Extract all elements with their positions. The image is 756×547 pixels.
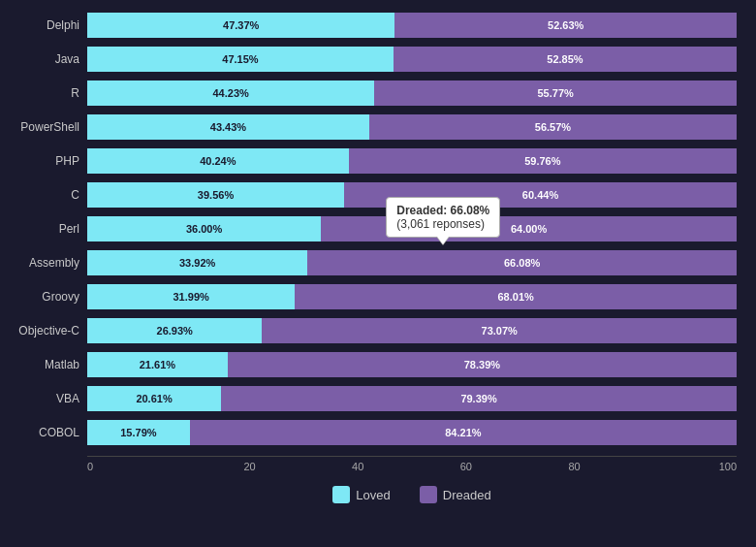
bar-group: 36.00%64.00% [87, 216, 737, 241]
bar-row: PHP40.24%59.76% [87, 145, 737, 177]
bar-group: 43.43%56.57% [87, 114, 737, 140]
bar-group: 40.24%59.76% [87, 148, 737, 174]
bar-loved: 26.93% [87, 318, 262, 343]
bar-label: VBA [0, 392, 87, 405]
dreaded-label: Dreaded [443, 488, 491, 502]
bar-loved: 43.43% [87, 114, 369, 140]
bar-row: Objective-C26.93%73.07% [87, 315, 737, 346]
bar-group: 20.61%79.39% [87, 386, 737, 411]
bar-label: C [0, 188, 87, 202]
x-axis-label: 60 [412, 461, 520, 472]
bar-loved: 39.56% [87, 182, 344, 208]
bar-row: Matlab21.61%78.39% [87, 349, 737, 380]
bar-row: Perl36.00%64.00% [87, 213, 737, 244]
bars-area: Delphi47.37%52.63%Java47.15%52.85%R44.23… [87, 10, 737, 456]
bar-label: Matlab [0, 358, 87, 371]
x-axis-label: 20 [196, 461, 304, 472]
bar-label: Java [0, 52, 87, 66]
bar-row: COBOL15.79%84.21% [87, 417, 737, 448]
bar-label: Assembly [0, 256, 87, 270]
bar-label: Objective-C [0, 324, 87, 338]
bar-label: PowerShell [0, 120, 87, 134]
bar-group: 44.23%55.77% [87, 80, 737, 106]
bar-group: 47.37%52.63% [87, 13, 737, 38]
bar-dreaded: 52.63% [394, 13, 737, 38]
bar-dreaded: 60.44% [344, 182, 737, 208]
bar-row: R44.23%55.77% [87, 78, 737, 109]
bar-row: Java47.15%52.85% [87, 44, 737, 75]
x-axis-label: 0 [87, 461, 196, 472]
bar-loved: 20.61% [87, 386, 221, 411]
x-axis: 020406080100 [87, 456, 737, 472]
bar-dreaded: 66.08% [307, 250, 737, 275]
bar-row: C39.56%60.44% [87, 179, 737, 210]
bar-row: Delphi47.37%52.63% [87, 10, 737, 41]
bar-label: Groovy [0, 290, 87, 304]
bar-dreaded: 56.57% [369, 114, 737, 140]
legend-loved: Loved [332, 486, 390, 503]
bar-dreaded: 73.07% [262, 318, 737, 343]
bar-row: Groovy31.99%68.01% [87, 281, 737, 312]
bar-loved: 15.79% [87, 420, 190, 445]
bar-dreaded: 55.77% [374, 80, 737, 106]
bar-dreaded: 64.00% [321, 216, 737, 241]
chart-container: Delphi47.37%52.63%Java47.15%52.85%R44.23… [0, 0, 756, 547]
dreaded-color-box [420, 486, 437, 503]
legend-dreaded: Dreaded [420, 486, 491, 503]
bar-dreaded: 68.01% [295, 284, 737, 309]
bar-loved: 21.61% [87, 352, 228, 377]
bar-row: PowerShell43.43%56.57% [87, 112, 737, 143]
bar-row: Assembly33.92%66.08% [87, 247, 737, 278]
bar-group: 31.99%68.01% [87, 284, 737, 309]
loved-label: Loved [356, 488, 390, 502]
bar-group: 39.56%60.44% [87, 182, 737, 208]
legend: Loved Dreaded [87, 486, 737, 503]
bar-loved: 47.15% [87, 47, 394, 72]
bar-loved: 36.00% [87, 216, 321, 241]
bar-dreaded: 84.21% [190, 420, 737, 445]
bar-loved: 40.24% [87, 148, 349, 174]
bar-group: 47.15%52.85% [87, 47, 737, 72]
bar-loved: 33.92% [87, 250, 307, 275]
bar-group: 26.93%73.07% [87, 318, 737, 343]
bar-dreaded: 79.39% [221, 386, 737, 411]
bar-label: PHP [0, 154, 87, 168]
bar-label: R [0, 86, 87, 100]
loved-color-box [332, 486, 350, 503]
x-axis-label: 100 [628, 461, 737, 472]
bar-dreaded: 59.76% [349, 148, 737, 174]
bar-group: 21.61%78.39% [87, 352, 737, 377]
bar-label: Perl [0, 222, 87, 236]
bar-label: COBOL [0, 426, 87, 439]
bar-label: Delphi [0, 18, 87, 32]
bar-group: 33.92%66.08% [87, 250, 737, 275]
x-axis-label: 80 [520, 461, 629, 472]
bar-loved: 31.99% [87, 284, 295, 309]
bar-loved: 47.37% [87, 13, 394, 38]
bar-dreaded: 52.85% [394, 47, 737, 72]
bar-group: 15.79%84.21% [87, 420, 737, 445]
bar-loved: 44.23% [87, 80, 374, 106]
x-axis-label: 40 [303, 461, 412, 472]
bar-dreaded: 78.39% [228, 352, 737, 377]
bar-row: VBA20.61%79.39% [87, 383, 737, 414]
